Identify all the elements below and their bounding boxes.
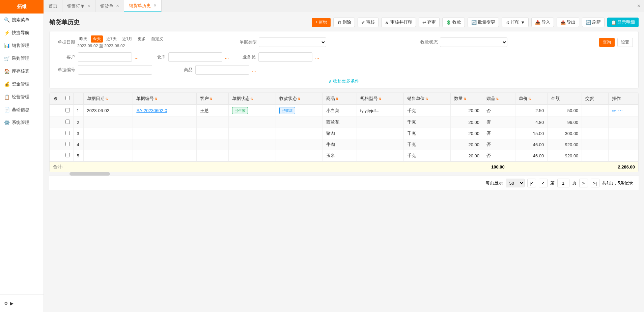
- last-page-button[interactable]: >|: [591, 179, 599, 187]
- th-spec[interactable]: 规格型号⇅: [357, 93, 403, 105]
- query-button[interactable]: 查询: [599, 38, 615, 47]
- sidebar-item-inventory[interactable]: 🏠 库存核算: [0, 65, 44, 78]
- date-tag-1month[interactable]: 近1月: [120, 35, 135, 43]
- th-gear[interactable]: ⚙: [50, 93, 62, 105]
- payment-status-select[interactable]: [440, 37, 507, 47]
- td-doc-status: 已生效: [229, 105, 276, 117]
- sidebar-item-finance[interactable]: 💰 资金管理: [0, 78, 44, 90]
- th-gift[interactable]: 赠品⇅: [483, 93, 515, 105]
- td-goods: 小白菜: [323, 105, 357, 117]
- row-checkbox[interactable]: [65, 120, 70, 124]
- print-button[interactable]: 🖨 打印 ▼: [502, 18, 529, 27]
- page-label-prefix: 第: [550, 180, 555, 186]
- close-icon[interactable]: ✕: [153, 3, 157, 8]
- doc-no-link[interactable]: SA-20230602-0: [136, 108, 167, 113]
- th-doc-no[interactable]: 单据编号⇅: [133, 93, 196, 105]
- doc-type-select[interactable]: [259, 37, 326, 47]
- import-button[interactable]: 📥 导入: [531, 18, 554, 27]
- doc-no-input[interactable]: [78, 65, 152, 75]
- td-price: 46.00: [515, 150, 548, 161]
- tab-home[interactable]: 首页: [44, 0, 62, 12]
- batch-change-button[interactable]: 🔄 批量变更: [468, 18, 499, 27]
- td-spec: [357, 150, 403, 161]
- edit-icon[interactable]: ✏: [612, 108, 616, 113]
- th-customer[interactable]: 客户⇅: [196, 93, 229, 105]
- review-print-icon: 🖨: [385, 20, 389, 25]
- new-button[interactable]: + 新增: [312, 18, 331, 27]
- th-qty[interactable]: 数量⇅: [451, 93, 483, 105]
- collapse-button[interactable]: ∧ 收起更多条件: [329, 78, 359, 84]
- tab-sales-history[interactable]: 销货单历史 ✕: [124, 0, 162, 12]
- filter-doc-type-field: 单据类型: [236, 37, 411, 47]
- warehouse-input[interactable]: [168, 52, 222, 62]
- collect-button[interactable]: 💲 收款: [442, 18, 465, 27]
- next-page-button[interactable]: >: [579, 179, 588, 187]
- sidebar-logo: 拓维: [0, 0, 44, 14]
- sidebar-item-search-menu[interactable]: 🔍 搜索菜单: [0, 14, 44, 26]
- row-checkbox[interactable]: [65, 108, 70, 112]
- sidebar-item-operations[interactable]: 📋 经营管理: [0, 90, 44, 103]
- salesperson-input[interactable]: [258, 52, 312, 62]
- sidebar-item-quick-nav[interactable]: ⚡ 快捷导航: [0, 26, 44, 39]
- show-detail-button[interactable]: 📋 显示明细: [607, 18, 639, 27]
- tab-sales-invoice[interactable]: 销货单 ✕: [95, 0, 124, 12]
- scrollbar-thumb[interactable]: [69, 172, 110, 176]
- salesperson-ellipsis-btn[interactable]: ...: [315, 54, 319, 60]
- review-button[interactable]: ✔ 审核: [358, 18, 379, 27]
- sidebar-item-purchase-mgmt[interactable]: 🛒 采购管理: [0, 52, 44, 65]
- sidebar-item-basic-info[interactable]: 📄 基础信息: [0, 103, 44, 116]
- filter-payment-status-field: 收款状态: [418, 37, 592, 47]
- refresh-button[interactable]: 🔄 刷新: [582, 18, 605, 27]
- th-date[interactable]: 单据日期⇅: [83, 93, 133, 105]
- abandon-button[interactable]: ↩ 弃审: [419, 18, 440, 27]
- export-button[interactable]: 📤 导出: [557, 18, 579, 27]
- warehouse-ellipsis-btn[interactable]: ...: [225, 54, 229, 60]
- delete-button[interactable]: 🗑 删除: [333, 18, 355, 27]
- sidebar-item-system-mgmt[interactable]: ⚙️ 系统管理: [0, 116, 44, 129]
- date-tag-today[interactable]: 今天: [91, 35, 103, 43]
- prev-page-button[interactable]: <: [539, 179, 548, 187]
- th-unit[interactable]: 销售单位⇅: [403, 93, 450, 105]
- close-icon[interactable]: ✕: [116, 4, 119, 8]
- td-checkbox[interactable]: [62, 150, 73, 161]
- td-transaction: [582, 117, 609, 128]
- th-goods[interactable]: 商品⇅: [323, 93, 357, 105]
- close-icon[interactable]: ✕: [87, 4, 90, 8]
- page-content: 销货单历史 + 新增 🗑 删除 ✔ 审核 🖨 审核并打印 ↩ 弃审: [44, 12, 644, 312]
- sidebar-settings[interactable]: ⚙ ▶: [0, 297, 44, 309]
- settings-button[interactable]: 设置: [617, 38, 633, 47]
- goods-input[interactable]: [195, 65, 249, 75]
- date-tag-7days[interactable]: 近7天: [104, 35, 119, 43]
- date-tag-yesterday[interactable]: 昨天: [77, 35, 89, 43]
- select-all-checkbox[interactable]: [65, 96, 70, 100]
- table-row: 5 玉米 千克 20.00 否 46.00 920.00: [50, 150, 638, 161]
- row-checkbox[interactable]: [65, 131, 70, 135]
- per-page-select[interactable]: 50 100: [506, 179, 525, 187]
- more-icon[interactable]: ⋯: [618, 108, 623, 113]
- date-tag-more[interactable]: 更多: [136, 35, 148, 43]
- tab-sales-order[interactable]: 销售订单 ✕: [62, 0, 95, 12]
- window-close-button[interactable]: ✕: [637, 3, 644, 8]
- first-page-button[interactable]: |<: [527, 179, 536, 187]
- td-checkbox[interactable]: [62, 128, 73, 139]
- page-number-input[interactable]: [557, 179, 569, 187]
- customer-input[interactable]: [78, 52, 132, 62]
- horizontal-scrollbar[interactable]: [49, 172, 639, 176]
- review-print-button[interactable]: 🖨 审核并打印: [381, 18, 416, 27]
- customer-ellipsis-btn[interactable]: ...: [135, 54, 139, 60]
- row-checkbox[interactable]: [65, 153, 70, 157]
- th-doc-status[interactable]: 单据状态⇅: [229, 93, 276, 105]
- date-tag-custom[interactable]: 自定义: [149, 35, 165, 43]
- td-gift: 否: [483, 105, 515, 117]
- filter-row-3: 单据编号 商品 ...: [55, 65, 633, 75]
- td-checkbox[interactable]: [62, 139, 73, 150]
- th-payment-status[interactable]: 收款状态⇅: [276, 93, 323, 105]
- td-goods: 牛肉: [323, 139, 357, 150]
- sort-date-icon: ⇅: [105, 97, 108, 101]
- th-price[interactable]: 单价⇅: [515, 93, 548, 105]
- sidebar-item-sales-mgmt[interactable]: 📊 销售管理: [0, 39, 44, 52]
- td-checkbox[interactable]: [62, 117, 73, 128]
- td-checkbox[interactable]: [62, 105, 73, 117]
- row-checkbox[interactable]: [65, 142, 70, 146]
- goods-ellipsis-btn[interactable]: ...: [252, 67, 256, 73]
